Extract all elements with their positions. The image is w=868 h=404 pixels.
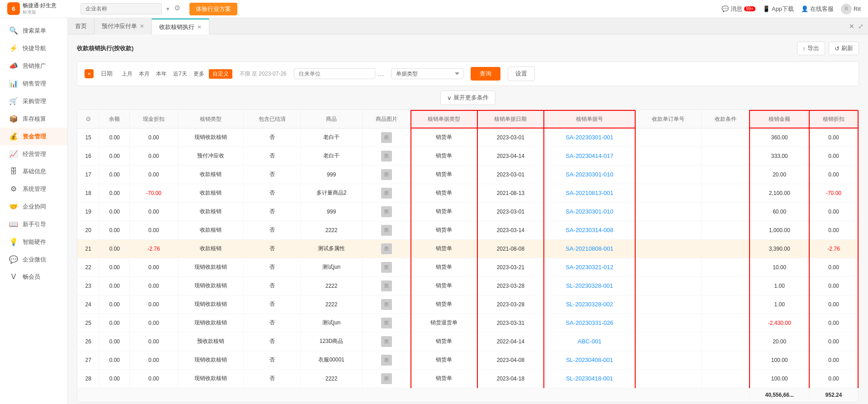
cell-verify-type: 预付冲应收 — [178, 147, 244, 165]
cell-cash-discount: 0.00 — [130, 128, 178, 147]
sidebar-item-inventory[interactable]: 📦 库存核算 — [0, 110, 67, 128]
footer-spacer — [77, 388, 750, 402]
sidebar-item-collab[interactable]: 🤝 企业协同 — [0, 198, 67, 215]
this-month-btn[interactable]: 本月 — [137, 69, 151, 79]
industry-btn[interactable]: 体验行业方案 — [189, 3, 237, 15]
cell-cash-discount: 0.00 — [130, 202, 178, 221]
cell-verify-type: 预收款核销 — [178, 332, 244, 351]
app-download-btn[interactable]: 📱 App下载 — [763, 5, 794, 13]
filter-toggle-btn[interactable]: » — [85, 69, 94, 78]
verify-bill-no-link[interactable]: ABC-001 — [578, 338, 602, 345]
company-dropdown-icon[interactable]: ▾ — [166, 5, 170, 12]
cell-verify-discount: 0.00 — [809, 202, 858, 221]
cell-receipt-order-no — [635, 239, 701, 258]
verify-bill-no-link[interactable]: SA-20230321-012 — [566, 264, 613, 271]
table-footer-row: 40,556,66... 952.24 — [77, 388, 858, 402]
cell-receipt-condition — [701, 351, 750, 369]
sidebar-item-system[interactable]: ⚙ 系统管理 — [0, 180, 67, 198]
tab-receipt-verify-close-icon[interactable]: ✕ — [197, 24, 202, 30]
cell-goods: 2222 — [301, 276, 363, 295]
sidebar-item-guide[interactable]: 📖 新手引导 — [0, 215, 67, 233]
voucher-type-select[interactable]: 单据类型 — [391, 68, 463, 79]
notification-btn[interactable]: 💬 消息 99+ — [722, 5, 755, 13]
cell-cash-discount: 0.00 — [130, 295, 178, 314]
user-menu[interactable]: R Rit — [841, 4, 861, 14]
logo-name: 畅捷通·好生意 — [23, 2, 57, 9]
cell-id: 26 — [77, 332, 99, 351]
more-btn[interactable]: 更多 — [192, 69, 206, 79]
customer-ellipsis[interactable]: ... — [378, 70, 384, 78]
company-selector[interactable]: 企业名称 — [80, 3, 162, 14]
sidebar-item-member[interactable]: V 畅会员 — [0, 268, 67, 285]
verify-bill-no-link[interactable]: SA-20230301-010 — [566, 208, 613, 215]
sidebar-item-label: 营销推广 — [23, 62, 46, 70]
cell-verify-bill-date: 2022-04-14 — [477, 332, 544, 351]
cell-include-settled: 否 — [244, 369, 301, 388]
filter-settings-btn[interactable]: 设置 — [508, 67, 535, 81]
verify-bill-no-link[interactable]: SA-20210808-001 — [566, 245, 613, 252]
refresh-btn[interactable]: ↺ 刷新 — [829, 42, 859, 55]
sidebar-item-basic[interactable]: 🗄 基础信息 — [0, 163, 67, 180]
cell-cash-discount: 0.00 — [130, 165, 178, 184]
gear-icon[interactable]: ⚙ — [174, 4, 185, 14]
this-year-btn[interactable]: 本年 — [154, 69, 169, 79]
sidebar-item-sales[interactable]: 📊 销售管理 — [0, 75, 67, 92]
cell-verify-amount: 20.00 — [750, 165, 809, 184]
tab-prepay-close-icon[interactable]: ✕ — [140, 23, 144, 29]
sidebar-item-shortcut[interactable]: ⚡ 快捷导航 — [0, 39, 67, 57]
sidebar-item-purchase[interactable]: 🛒 采购管理 — [0, 92, 67, 110]
cell-verify-type: 现销收款核销 — [178, 314, 244, 332]
cell-verify-bill-no: SL-20230408-001 — [544, 351, 635, 369]
sidebar-item-wechat[interactable]: 💬 企业微信 — [0, 251, 67, 268]
verify-bill-no-link[interactable]: SA-20230301-010 — [566, 171, 613, 178]
cell-verify-bill-no: SA-20230301-001 — [544, 128, 635, 147]
sidebar-item-label: 基础信息 — [23, 167, 46, 176]
cell-verify-discount: 0.00 — [809, 258, 858, 276]
verify-bill-no-link[interactable]: SA-20230301-001 — [566, 134, 613, 141]
guide-icon: 📖 — [9, 220, 18, 228]
cell-goods-image: 图 — [363, 147, 411, 165]
last-month-btn[interactable]: 上月 — [120, 69, 134, 79]
cell-balance: 0.00 — [99, 369, 130, 388]
sidebar-item-search[interactable]: 🔍 搜索菜单 — [0, 22, 67, 39]
sidebar-item-hardware[interactable]: 💡 智能硬件 — [0, 233, 67, 251]
verify-bill-no-link[interactable]: SA-20230331-026 — [566, 319, 613, 326]
cell-goods-image: 图 — [363, 332, 411, 351]
verify-bill-no-link[interactable]: SL-20230408-001 — [566, 356, 613, 363]
table-row: 16 0.00 0.00 预付冲应收 否 老白干 图 销货单 2023-04-1… — [77, 147, 858, 165]
cell-verify-amount: 1.00 — [750, 295, 809, 314]
cell-receipt-order-no — [635, 147, 701, 165]
verify-bill-no-link[interactable]: SL-20230328-002 — [566, 301, 613, 308]
tab-close-all-btn[interactable]: ✕ — [849, 23, 854, 30]
customer-input[interactable] — [294, 68, 375, 79]
cell-verify-bill-date: 2023-03-28 — [477, 295, 544, 314]
query-btn[interactable]: 查询 — [471, 67, 500, 81]
cell-goods: 测试jun — [301, 314, 363, 332]
cell-verify-type: 现销收款核销 — [178, 128, 244, 147]
verify-bill-no-link[interactable]: SA-20230414-017 — [566, 152, 613, 159]
sidebar-item-operation[interactable]: 📈 经营管理 — [0, 145, 67, 163]
tab-receipt-verify[interactable]: 收款核销执行 ✕ — [152, 19, 209, 35]
online-service-btn[interactable]: 👤 在线客服 — [801, 5, 834, 13]
col-receipt-order-no-header: 收款单订单号 — [635, 110, 701, 128]
custom-date-btn[interactable]: 自定义 — [209, 69, 232, 79]
verify-bill-no-link[interactable]: SL-20230418-001 — [566, 375, 613, 382]
cell-receipt-condition — [701, 128, 750, 147]
table-footer: 40,556,66... 952.24 — [77, 388, 858, 402]
verify-bill-no-link[interactable]: SL-20230328-001 — [566, 282, 613, 289]
tab-home[interactable]: 首页 — [68, 18, 94, 34]
cell-goods-image: 图 — [363, 239, 411, 258]
expand-more-label: 展开更多条件 — [453, 94, 489, 102]
cell-verify-bill-no: SL-20230328-001 — [544, 276, 635, 295]
export-btn[interactable]: ↑ 导出 — [797, 42, 826, 55]
settings-icon[interactable]: ⚙ — [85, 115, 91, 123]
expand-more-btn[interactable]: ∨ 展开更多条件 — [440, 90, 495, 105]
sidebar-item-finance[interactable]: 💰 资金管理 — [0, 128, 67, 145]
verify-bill-no-link[interactable]: SA-20230314-008 — [566, 227, 613, 233]
tab-expand-btn[interactable]: ⤢ — [858, 23, 863, 30]
tab-prepay[interactable]: 预付冲应付单 ✕ — [94, 18, 152, 34]
last7-btn[interactable]: 近7天 — [171, 69, 189, 79]
cell-verify-discount: 0.00 — [809, 314, 858, 332]
verify-bill-no-link[interactable]: SA-20210813-001 — [566, 190, 613, 196]
sidebar-item-marketing[interactable]: 📣 营销推广 — [0, 57, 67, 75]
